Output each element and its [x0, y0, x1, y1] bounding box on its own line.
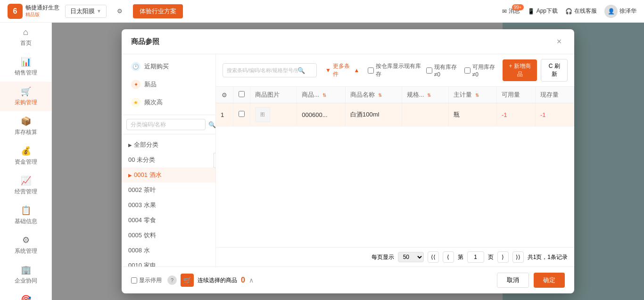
show-disabled-input[interactable]	[131, 277, 137, 283]
col-name[interactable]: 商品名称 ⇅	[346, 87, 402, 103]
cat-label-00: 00 未分类	[128, 156, 155, 164]
confirm-button[interactable]: 确定	[534, 273, 565, 288]
cat-item-0008[interactable]: 0008 水	[122, 243, 215, 258]
sidebar-item-system[interactable]: ⚙ 系统管理	[0, 230, 51, 260]
cat-item-0005[interactable]: 0005 饮料	[122, 228, 215, 243]
selected-count: 0	[241, 276, 245, 284]
row-stock: -1	[535, 103, 574, 126]
sidebar-item-basic-info[interactable]: 📋 基础信息	[0, 200, 51, 230]
user-profile[interactable]: 👤 徐泽华	[604, 5, 636, 18]
sidebar-label-enterprise: 企业协同	[15, 277, 37, 285]
cat-item-00[interactable]: 00 未分类	[122, 152, 215, 167]
collapse-footer-icon[interactable]: ∧	[249, 276, 254, 284]
customer-service-button[interactable]: 🎧 在线客服	[565, 7, 597, 15]
cat-item-0003[interactable]: 0003 水果	[122, 198, 215, 213]
page-prev-button[interactable]: ⟨	[443, 251, 454, 263]
user-name: 徐泽华	[619, 7, 636, 15]
page-suffix: 页	[488, 253, 494, 261]
col-spec-label: 规格...	[407, 91, 424, 98]
per-page-select[interactable]: 50 10 20 100	[398, 252, 424, 262]
recent-icon: 🕐	[131, 62, 140, 71]
main-area: 商品参照 × 🕐 近期购买 ✦ 新品	[52, 23, 644, 300]
row-image-cell: 图	[250, 103, 297, 126]
modal-left-panel: 🕐 近期购买 ✦ 新品 ★ 频次高 《	[122, 54, 216, 267]
cart-button[interactable]: 🛒	[181, 274, 194, 287]
show-disabled-checkbox[interactable]: 显示停用	[131, 276, 162, 284]
freq-icon: ★	[131, 98, 140, 107]
col-code[interactable]: 商品... ⇅	[297, 87, 346, 103]
category-search-icon[interactable]: 🔍	[208, 121, 216, 128]
product-image: 图	[255, 107, 270, 122]
table-row[interactable]: 1 图 000600... 白酒100ml	[216, 103, 574, 126]
col-unit[interactable]: 主计量 ⇅	[448, 87, 496, 103]
cat-item-0001[interactable]: ▶ 0001 酒水	[122, 167, 215, 183]
message-icon: ✉	[502, 8, 507, 15]
modal-close-button[interactable]: ×	[553, 36, 565, 47]
settings-gear-icon[interactable]: ⚙	[112, 4, 127, 19]
quick-filter-freq[interactable]: ★ 频次高	[126, 95, 211, 110]
app-download-button[interactable]: 📱 App下载	[528, 7, 558, 15]
footer-left: ? 🛒 连续选择的商品 0 ∧	[167, 274, 254, 287]
page-number-input[interactable]	[467, 251, 484, 263]
sort-unit-icon: ⇅	[475, 92, 479, 98]
checkbox-available-stock[interactable]: 可用库存≠0	[464, 63, 498, 78]
product-search-bar: 🔍	[223, 63, 317, 77]
sidebar-label-home: 首页	[20, 39, 32, 47]
quick-filter-recent[interactable]: 🕐 近期购买	[126, 59, 211, 74]
sidebar-item-guide[interactable]: 🎯 新手引导	[0, 290, 51, 300]
logo-sub: 精品版	[25, 11, 59, 18]
messages-button[interactable]: ✉ 消息 99+	[502, 7, 520, 15]
footer-right: 取消 确定	[497, 273, 565, 288]
sidebar-item-home[interactable]: ⌂ 首页	[0, 23, 51, 52]
sidebar-item-finance[interactable]: 💰 资金管理	[0, 141, 51, 171]
sidebar-item-purchase[interactable]: 🛒 采购管理	[0, 82, 51, 111]
selected-label: 连续选择的商品	[198, 276, 237, 284]
modal-dialog: 商品参照 × 🕐 近期购买 ✦ 新品	[122, 29, 574, 293]
quick-label-new: 新品	[144, 80, 157, 89]
checkbox-nonzero-stock[interactable]: 现有库存≠0	[426, 63, 460, 78]
modal-title: 商品参照	[131, 37, 159, 46]
sidebar-item-operations[interactable]: 📈 经营管理	[0, 171, 51, 200]
row-checkbox[interactable]	[239, 111, 245, 117]
checkbox-available-input[interactable]	[464, 67, 471, 74]
nav-selector[interactable]: 日太阳膜 ▼	[65, 5, 107, 18]
cat-item-0004[interactable]: 0004 零食	[122, 213, 215, 228]
cat-item-0002[interactable]: 0002 茶叶	[122, 183, 215, 198]
page-next-button[interactable]: ⟩	[497, 251, 509, 263]
collapse-panel-button[interactable]: 《	[214, 153, 216, 168]
sidebar-item-inventory[interactable]: 📦 库存核算	[0, 111, 51, 141]
col-settings-icon: ⚙	[222, 92, 227, 99]
enterprise-icon: 🏢	[21, 265, 31, 275]
page-prefix: 第	[458, 253, 463, 261]
cat-expand-icon: ▶	[128, 142, 132, 148]
sidebar-item-enterprise[interactable]: 🏢 企业协同	[0, 260, 51, 290]
finance-icon: 💰	[21, 146, 31, 156]
select-all-checkbox[interactable]	[239, 91, 245, 97]
cat-item-all[interactable]: ▶ 全部分类	[122, 137, 215, 152]
modal-footer: 显示停用 ? 🛒 连续选择的商品 0 ∧ 取消 确定	[122, 267, 574, 293]
more-filters-button[interactable]: ▼ 更多条件 ▲	[322, 60, 363, 80]
page-last-button[interactable]: ⟩⟩	[512, 251, 524, 263]
cat-item-0010[interactable]: 0010 家电	[122, 258, 215, 267]
page-first-button[interactable]: ⟨⟨	[428, 251, 439, 263]
sidebar-item-sales[interactable]: 📊 销售管理	[0, 52, 51, 82]
cat-label-all: 全部分类	[134, 141, 158, 149]
quick-filter-new[interactable]: ✦ 新品	[126, 77, 211, 92]
headset-icon: 🎧	[565, 8, 572, 15]
checkbox-nonzero-input[interactable]	[426, 67, 432, 74]
add-product-button[interactable]: + 新增商品	[503, 59, 537, 81]
search-icon[interactable]: 🔍	[297, 67, 305, 74]
col-settings[interactable]: ⚙	[216, 87, 233, 103]
experience-button[interactable]: 体验行业方案	[133, 4, 183, 18]
category-search-input[interactable]	[126, 119, 206, 130]
col-spec[interactable]: 规格... ⇅	[402, 87, 448, 103]
checkbox-warehouse-stock[interactable]: 按仓库显示现有库存	[368, 62, 421, 78]
row-checkbox-cell	[233, 103, 250, 126]
help-icon-button[interactable]: ?	[167, 275, 177, 285]
checkbox-warehouse-input[interactable]	[368, 67, 374, 74]
cancel-button[interactable]: 取消	[497, 273, 529, 288]
refresh-button[interactable]: C 刷新	[541, 59, 568, 82]
total-info: 共1页，1条记录	[528, 253, 568, 261]
inventory-icon: 📦	[21, 116, 31, 126]
product-search-input[interactable]	[227, 67, 297, 74]
